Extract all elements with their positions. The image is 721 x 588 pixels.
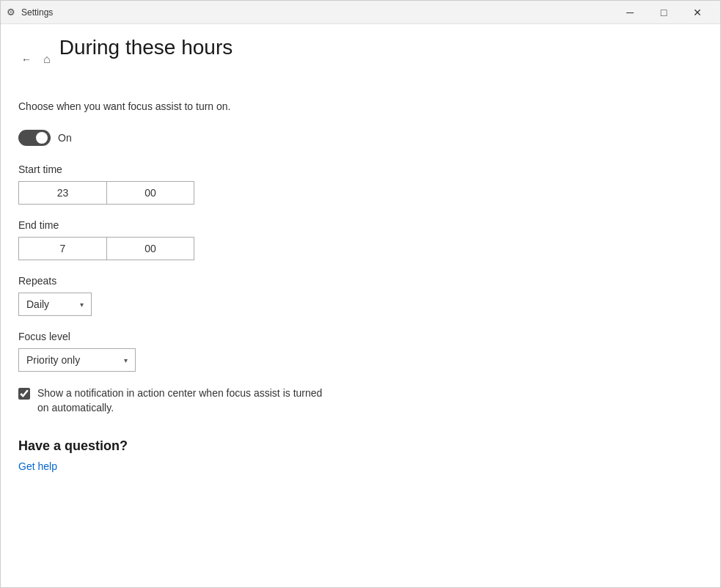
notification-text: Show a notification in action center whe…: [37, 386, 322, 415]
help-section: Have a question? Get help: [18, 438, 703, 473]
end-time-inputs: [18, 237, 703, 260]
repeats-label: Repeats: [18, 275, 703, 287]
notification-text-line2: on automatically.: [37, 402, 114, 414]
end-hours-value[interactable]: [19, 243, 106, 254]
toggle-label: On: [58, 132, 72, 144]
title-bar: ⚙ Settings ─ □ ✕: [1, 1, 720, 24]
end-hours-input[interactable]: [18, 237, 106, 260]
maximize-button[interactable]: □: [647, 1, 681, 24]
page-title: During these hours: [59, 36, 233, 59]
focus-assist-toggle[interactable]: [18, 130, 51, 146]
content-area: ← ⌂ During these hours Choose when you w…: [1, 24, 720, 587]
start-time-inputs: [18, 181, 703, 205]
focus-level-dropdown[interactable]: Priority only ▾: [18, 348, 136, 372]
notification-row: Show a notification in action center whe…: [18, 386, 703, 415]
close-button[interactable]: ✕: [681, 1, 714, 24]
repeats-value: Daily: [26, 298, 49, 310]
notification-checkbox[interactable]: [18, 388, 30, 400]
home-icon[interactable]: ⌂: [43, 53, 51, 66]
end-minutes-value[interactable]: [107, 243, 194, 254]
get-help-link[interactable]: Get help: [18, 460, 57, 472]
start-hours-input[interactable]: [18, 181, 106, 205]
focus-level-group: Focus level Priority only ▾: [18, 331, 703, 372]
have-question-heading: Have a question?: [18, 438, 703, 454]
focus-level-label: Focus level: [18, 331, 703, 342]
start-time-label: Start time: [18, 163, 703, 175]
back-button[interactable]: ←: [18, 51, 34, 68]
toggle-slider: [18, 130, 51, 146]
repeats-dropdown[interactable]: Daily ▾: [18, 293, 92, 316]
settings-app-icon: ⚙: [7, 7, 15, 18]
focus-level-chevron-down-icon: ▾: [124, 356, 128, 364]
header-row: ← ⌂ During these hours: [18, 36, 703, 83]
title-bar-controls: ─ □ ✕: [613, 1, 714, 24]
title-bar-text: Settings: [21, 7, 53, 18]
start-minutes-input[interactable]: [106, 181, 194, 205]
notification-text-line1: Show a notification in action center whe…: [37, 387, 322, 399]
minimize-button[interactable]: ─: [613, 1, 647, 24]
start-minutes-value[interactable]: [107, 187, 194, 199]
end-time-label: End time: [18, 219, 703, 231]
title-bar-left: ⚙ Settings: [7, 7, 613, 18]
description-text: Choose when you want focus assist to tur…: [18, 100, 703, 112]
end-time-group: End time: [18, 219, 703, 260]
repeats-chevron-down-icon: ▾: [80, 301, 84, 309]
repeats-group: Repeats Daily ▾: [18, 275, 703, 316]
focus-level-value: Priority only: [26, 354, 80, 366]
settings-window: ⚙ Settings ─ □ ✕ ← ⌂ During these hours …: [0, 0, 721, 588]
toggle-row: On: [18, 130, 703, 146]
notification-checkbox-wrapper[interactable]: [18, 388, 30, 403]
start-time-group: Start time: [18, 163, 703, 205]
end-minutes-input[interactable]: [106, 237, 194, 260]
start-hours-value[interactable]: [19, 187, 106, 199]
